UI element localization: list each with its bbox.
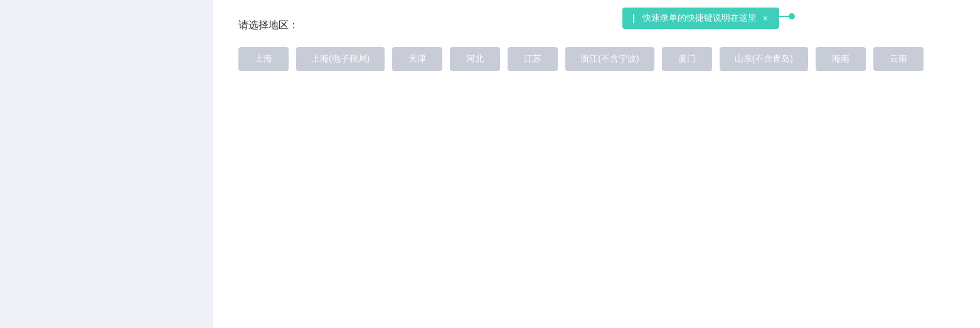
page-title: 请选择地区：	[238, 19, 955, 32]
left-sidebar	[0, 0, 213, 328]
btn-xiamen[interactable]: 厦门	[662, 47, 712, 71]
btn-shanghai[interactable]: 上海	[238, 47, 289, 71]
region-row-2: 山东(不含青岛) 海南 云南	[720, 47, 924, 71]
tooltip-connector-dot	[789, 13, 795, 19]
tooltip-close-button[interactable]: ×	[762, 13, 769, 23]
btn-hebei[interactable]: 河北	[450, 47, 500, 71]
btn-tianjin[interactable]: 天津	[392, 47, 442, 71]
btn-shandong[interactable]: 山东(不含青岛)	[720, 47, 808, 71]
region-buttons-container: 上海 上海(电子税局) 天津 河北 江苏 浙江(不含宁波) 厦门 山东(不含青岛…	[238, 47, 955, 79]
btn-hainan[interactable]: 海南	[816, 47, 866, 71]
tooltip-banner: 快速录单的快捷键说明在这里 ×	[622, 8, 779, 29]
tooltip-text: 快速录单的快捷键说明在这里	[642, 13, 757, 24]
btn-shanghai-etax[interactable]: 上海(电子税局)	[296, 47, 385, 71]
btn-zhejiang[interactable]: 浙江(不含宁波)	[565, 47, 654, 71]
btn-yunnan[interactable]: 云南	[873, 47, 924, 71]
region-row-1: 上海 上海(电子税局) 天津 河北 江苏 浙江(不含宁波) 厦门	[238, 47, 712, 71]
main-content: 请选择地区： 上海 上海(电子税局) 天津 河北 江苏 浙江(不含宁波) 厦门 …	[213, 0, 980, 328]
btn-jiangsu[interactable]: 江苏	[508, 47, 558, 71]
